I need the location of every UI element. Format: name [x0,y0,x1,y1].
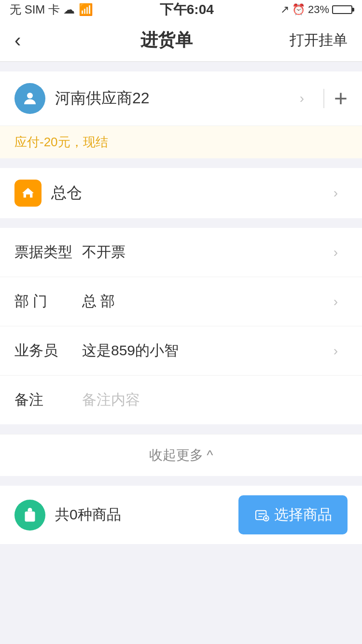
status-time: 下午6:04 [160,0,214,19]
person-icon [21,90,39,107]
notice-text: 应付-20元，现结 [14,135,108,149]
remark-row[interactable]: 备注 备注内容 [0,376,362,424]
department-chevron-icon: › [334,294,338,309]
salesperson-label: 业务员 [14,341,72,361]
invoice-type-value: 不开票 [82,242,334,262]
supplier-divider [323,89,324,108]
remark-label: 备注 [14,390,72,410]
warehouse-icon-wrap [14,180,42,207]
status-bar: 无 SIM 卡 ☁ 📶 下午6:04 ↗ ⏰ 23% [0,0,362,19]
supplier-avatar [14,83,45,114]
supplier-chevron-icon: › [300,91,304,106]
top-divider [0,62,362,71]
open-pending-button[interactable]: 打开挂单 [290,30,348,50]
sim-label: 无 SIM 卡 ☁ [10,2,75,17]
status-left: 无 SIM 卡 ☁ 📶 [10,2,93,17]
department-row[interactable]: 部 门 总 部 › [0,277,362,326]
department-label: 部 门 [14,292,72,311]
svg-rect-1 [25,511,35,521]
warehouse-row[interactable]: 总仓 › [0,168,362,218]
department-value: 总 部 [82,292,334,311]
salesperson-row[interactable]: 业务员 这是859的小智 › [0,326,362,376]
salesperson-value: 这是859的小智 [82,341,334,361]
select-product-button[interactable]: 选择商品 [238,495,348,534]
invoice-type-label: 票据类型 [14,242,72,262]
remark-value: 备注内容 [82,390,348,410]
add-supplier-button[interactable]: + [334,87,348,110]
house-icon [20,185,36,201]
form-section: 票据类型 不开票 › 部 门 总 部 › 业务员 这是859的小智 › 备注 备… [0,228,362,424]
invoice-chevron-icon: › [334,245,338,260]
warehouse-name: 总仓 [51,182,334,204]
wifi-icon: 📶 [79,3,93,16]
battery-icon [332,5,352,14]
collapse-label: 收起更多 ^ [149,446,213,464]
mid-divider1 [0,158,362,168]
shopping-bag-icon [21,506,39,524]
product-count-label: 共0种商品 [55,505,238,525]
warehouse-section: 总仓 › [0,168,362,218]
invoice-type-row[interactable]: 票据类型 不开票 › [0,228,362,277]
battery-percentage: 23% [308,3,329,16]
notice-bar: 应付-20元，现结 [0,126,362,158]
product-icon-wrap [14,500,45,531]
back-button[interactable]: ‹ [14,29,43,51]
supplier-row[interactable]: 河南供应商22 › + [0,71,362,126]
svg-point-0 [27,93,33,98]
supplier-name: 河南供应商22 [55,88,300,109]
status-right: ↗ ⏰ 23% [280,3,352,16]
select-product-icon [254,507,269,523]
bottom-bar: 共0种商品 选择商品 [0,486,362,544]
page-title: 进货单 [140,28,193,52]
supplier-section: 河南供应商22 › + 应付-20元，现结 [0,71,362,158]
collapse-row[interactable]: 收起更多 ^ [0,434,362,476]
salesperson-chevron-icon: › [334,343,338,359]
nav-bar: ‹ 进货单 打开挂单 [0,19,362,62]
location-icon: ↗ [280,3,289,16]
warehouse-chevron-icon: › [334,185,338,201]
alarm-icon: ⏰ [292,3,305,16]
select-product-label: 选择商品 [274,505,332,525]
